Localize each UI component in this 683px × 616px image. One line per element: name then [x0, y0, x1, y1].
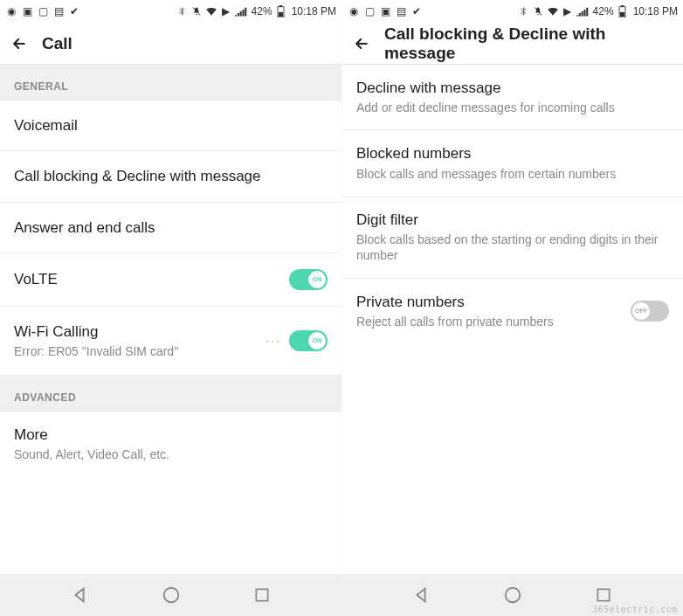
- back-arrow-icon[interactable]: [10, 35, 28, 52]
- item-sub: Add or edit decline messages for incomin…: [356, 100, 669, 115]
- item-title: Answer and end calls: [14, 218, 328, 237]
- item-title: VoLTE: [14, 270, 289, 288]
- clipboard-icon: ▤: [395, 5, 407, 17]
- page-title: Call blocking & Decline with message: [384, 24, 673, 63]
- notif-icon: ◉: [5, 5, 17, 17]
- item-title: Digit filter: [356, 211, 669, 229]
- battery-percent: 42%: [593, 5, 614, 17]
- item-volte[interactable]: VoLTE ON: [0, 253, 342, 307]
- item-sub: Sound, Alert, Video Call, etc.: [14, 446, 328, 462]
- item-more[interactable]: More Sound, Alert, Video Call, etc.: [0, 412, 342, 476]
- item-call-blocking[interactable]: Call blocking & Decline with message: [0, 151, 342, 202]
- toggle-knob: ON: [308, 271, 326, 288]
- wifi-icon: [547, 5, 559, 17]
- signal-icon: [576, 5, 589, 17]
- item-title: Wi-Fi Calling: [14, 322, 258, 341]
- wifi-icon: [205, 5, 217, 17]
- navigation-bar: [0, 574, 683, 616]
- left-phone: ◉ ▣ ▢ ▤ ✔ ▶ 42% 10:18 PM: [0, 0, 342, 616]
- item-title: Voicemail: [14, 116, 328, 135]
- item-sub: Reject all calls from private numbers: [356, 314, 631, 329]
- chat-icon: ▢: [363, 5, 376, 17]
- battery-icon: [275, 5, 287, 17]
- settings-list: GENERAL Voicemail Call blocking & Declin…: [0, 65, 342, 616]
- clock: 10:18 PM: [292, 5, 336, 17]
- recent-button[interactable]: [250, 583, 274, 607]
- page-title: Call: [42, 34, 72, 53]
- settings-list: Decline with message Add or edit decline…: [342, 65, 683, 616]
- back-arrow-icon[interactable]: [353, 35, 370, 52]
- mute-icon: [190, 5, 203, 17]
- item-private-numbers[interactable]: Private numbers Reject all calls from pr…: [342, 279, 683, 343]
- item-decline-message[interactable]: Decline with message Add or edit decline…: [342, 65, 683, 130]
- volte-toggle[interactable]: ON: [289, 269, 328, 290]
- item-sub: Block calls and messages from certain nu…: [356, 166, 669, 182]
- item-title: Call blocking & Decline with message: [14, 167, 328, 185]
- battery-icon: [617, 5, 629, 17]
- toggle-knob: OFF: [632, 302, 650, 320]
- item-title: Decline with message: [356, 79, 669, 97]
- status-left-icons: ◉ ▢ ▣ ▤ ✔: [348, 5, 423, 17]
- chat-icon: ▢: [37, 5, 49, 17]
- more-icon[interactable]: ⋯: [258, 331, 289, 350]
- wifi-calling-toggle[interactable]: ON: [289, 330, 328, 351]
- bluetooth-icon: [517, 5, 529, 17]
- bluetooth-icon: [176, 5, 188, 17]
- item-voicemail[interactable]: Voicemail: [0, 100, 342, 151]
- gallery-icon: ▣: [21, 5, 33, 17]
- clock: 10:18 PM: [633, 5, 678, 17]
- check-icon: ✔: [410, 5, 423, 17]
- back-button[interactable]: [409, 583, 433, 607]
- item-answer-end[interactable]: Answer and end calls: [0, 203, 342, 253]
- toggle-knob: ON: [308, 332, 326, 350]
- section-general: GENERAL: [0, 65, 342, 100]
- notif-icon: ◉: [348, 5, 360, 17]
- mute-icon: [532, 5, 544, 17]
- status-right-icons: ▶ 42% 10:18 PM: [176, 5, 336, 17]
- item-title: More: [14, 426, 328, 444]
- watermark: 365electric.com: [592, 605, 678, 614]
- item-sub: Block calls based on the starting or end…: [356, 232, 669, 263]
- status-bar: ◉ ▣ ▢ ▤ ✔ ▶ 42% 10:18 PM: [0, 0, 342, 23]
- status-left-icons: ◉ ▣ ▢ ▤ ✔: [5, 5, 80, 17]
- signal-icon: [235, 5, 247, 17]
- item-digit-filter[interactable]: Digit filter Block calls based on the st…: [342, 197, 683, 279]
- status-bar: ◉ ▢ ▣ ▤ ✔ ▶ 42% 10:18 PM: [342, 0, 683, 23]
- right-phone: ◉ ▢ ▣ ▤ ✔ ▶ 42% 10:18 PM: [342, 0, 683, 616]
- data-icon: ▶: [562, 5, 574, 17]
- svg-rect-5: [620, 12, 624, 17]
- item-sub: Error: ER05 "Invalid SIM card": [14, 343, 258, 359]
- private-numbers-toggle[interactable]: OFF: [631, 301, 669, 322]
- home-button[interactable]: [159, 583, 183, 607]
- recent-button[interactable]: [591, 583, 616, 607]
- back-button[interactable]: [67, 583, 92, 607]
- svg-rect-9: [598, 589, 610, 600]
- svg-rect-2: [279, 12, 283, 17]
- item-title: Blocked numbers: [356, 144, 669, 163]
- clipboard-icon: ▤: [52, 5, 65, 17]
- check-icon: ✔: [68, 5, 80, 17]
- home-button[interactable]: [500, 583, 525, 607]
- svg-point-6: [163, 588, 178, 603]
- item-blocked-numbers[interactable]: Blocked numbers Block calls and messages…: [342, 130, 683, 196]
- battery-percent: 42%: [252, 5, 273, 17]
- data-icon: ▶: [220, 5, 232, 17]
- gallery-icon: ▣: [379, 5, 391, 17]
- item-title: Private numbers: [356, 293, 631, 311]
- app-bar: Call blocking & Decline with message: [342, 23, 683, 65]
- svg-point-8: [505, 588, 520, 603]
- status-right-icons: ▶ 42% 10:18 PM: [517, 5, 678, 17]
- section-advanced: ADVANCED: [0, 376, 342, 412]
- app-bar: Call: [0, 23, 342, 65]
- nav-left: [0, 574, 342, 616]
- svg-rect-7: [257, 589, 268, 600]
- item-wifi-calling[interactable]: Wi-Fi Calling Error: ER05 "Invalid SIM c…: [0, 307, 342, 376]
